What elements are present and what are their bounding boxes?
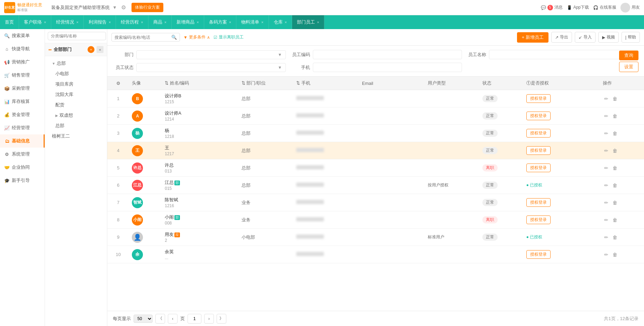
close-icon[interactable]: × — [197, 20, 199, 24]
dept-all-label[interactable]: 全部部门 — [54, 46, 85, 53]
auth-btn[interactable]: 授权登录 — [526, 164, 551, 172]
search-icon[interactable]: 🔍 — [171, 35, 177, 40]
delete-btn[interactable]: 🗑 — [611, 165, 619, 171]
more-filter-btn[interactable]: ▼ 更多条件 ∧ — [183, 34, 210, 40]
dropdown-icon[interactable]: ▼ — [112, 5, 117, 10]
tab-journey[interactable]: 经营历程 × — [116, 15, 148, 29]
emp-status-select[interactable]: ▼ — [136, 63, 286, 72]
sidebar-item-search[interactable]: 🔍 搜索菜单 — [0, 29, 45, 42]
col-name[interactable]: ⇅ 姓名/编码 — [162, 77, 239, 90]
sidebar-item-basic[interactable]: 🗂 基础信息 — [0, 134, 45, 148]
tab-new-goods[interactable]: 新增商品 × — [172, 15, 204, 29]
tab-profit[interactable]: 利润报告 × — [84, 15, 116, 29]
delete-btn[interactable]: 🗑 — [611, 113, 619, 120]
dept-node-project[interactable]: 项目库房 — [45, 79, 107, 89]
auth-btn[interactable]: 授权登录 — [526, 146, 551, 155]
auth-cell[interactable]: 授权登录 — [524, 211, 600, 229]
edit-btn[interactable]: ✏ — [603, 165, 610, 171]
edit-btn[interactable]: ✏ — [603, 234, 610, 241]
sidebar-item-management[interactable]: 📈 经营管理 — [0, 121, 45, 134]
delete-btn[interactable]: 🗑 — [611, 251, 619, 258]
close-icon[interactable]: × — [76, 20, 78, 24]
col-settings[interactable]: ⚙ — [107, 77, 129, 90]
dept-filter-select[interactable]: ▼ — [136, 50, 286, 59]
add-employee-btn[interactable]: + 新增员工 — [517, 32, 548, 43]
emp-name-input[interactable] — [493, 52, 635, 57]
close-icon[interactable]: × — [229, 20, 231, 24]
per-page-select[interactable]: 50 100 — [134, 315, 153, 323]
help-btn[interactable]: | 帮助 — [622, 32, 640, 43]
edit-btn[interactable]: ✏ — [603, 182, 610, 189]
close-icon[interactable]: × — [317, 20, 319, 24]
auth-cell[interactable]: 授权登录 — [524, 125, 600, 142]
col-phone[interactable]: ⇅ 手机 — [293, 77, 359, 90]
tab-home[interactable]: 首页 — [0, 15, 19, 29]
auth-cell[interactable]: 授权登录 — [524, 194, 600, 211]
show-resigned-toggle[interactable]: ☑ 显示离职员工 — [214, 34, 244, 40]
tab-bom[interactable]: 物料清单 × — [236, 15, 269, 29]
auth-btn[interactable]: 授权登录 — [526, 215, 551, 224]
delete-btn[interactable]: 🗑 — [611, 199, 619, 206]
prev-page-btn[interactable]: ‹ — [168, 314, 178, 324]
auth-cell[interactable]: 授权登录 — [524, 246, 600, 263]
tab-goods[interactable]: 商品 × — [148, 15, 172, 29]
sidebar-item-system[interactable]: ⚙ 系统管理 — [0, 148, 45, 161]
service-btn[interactable]: 🎧 在线客服 — [593, 5, 616, 10]
tab-barcode[interactable]: 条码方案 × — [204, 15, 236, 29]
settings-icon[interactable]: ⚙ — [121, 4, 126, 11]
delete-btn[interactable]: 🗑 — [611, 182, 619, 189]
close-icon[interactable]: × — [285, 20, 287, 24]
sidebar-item-marketing[interactable]: 📢 营销推广 — [0, 55, 45, 69]
delete-btn[interactable]: 🗑 — [611, 234, 619, 241]
dept-node-xiaodian[interactable]: 小电部 — [45, 69, 107, 79]
sidebar-item-stock[interactable]: 📊 库存核算 — [0, 95, 45, 108]
last-page-btn[interactable]: 》 — [217, 314, 226, 324]
sidebar-item-purchase[interactable]: 📦 采购管理 — [0, 82, 45, 95]
dept-collapse-btn[interactable]: « — [97, 46, 103, 53]
emp-code-input[interactable] — [317, 52, 459, 57]
auth-btn[interactable]: 授权登录 — [526, 94, 551, 103]
auth-cell[interactable]: 授权登录 — [524, 142, 600, 159]
edit-btn[interactable]: ✏ — [603, 95, 610, 102]
auth-cell[interactable]: 授权登录 — [524, 90, 600, 107]
view-btn[interactable]: ▶ 视频 — [598, 32, 619, 43]
dept-node-peihuo[interactable]: 配货 — [45, 100, 107, 110]
auth-btn[interactable]: 授权登录 — [526, 112, 551, 120]
tab-customer[interactable]: 客户联络 × — [19, 15, 51, 29]
app-download-btn[interactable]: 📱 App下载 — [567, 5, 589, 10]
dept-node-general[interactable]: ▼ 总部 — [45, 58, 107, 69]
first-page-btn[interactable]: 《 — [155, 314, 165, 324]
auth-cell[interactable]: 授权登录 — [524, 159, 600, 177]
current-page-input[interactable] — [188, 314, 201, 324]
sidebar-item-newbie[interactable]: 🎓 新手引导 — [0, 174, 45, 187]
dept-search-input[interactable] — [48, 32, 106, 40]
reset-btn[interactable]: 设置 — [619, 62, 638, 72]
close-icon[interactable]: × — [109, 20, 111, 24]
tab-warehouse[interactable]: 仓库 × — [269, 15, 292, 29]
import-btn[interactable]: ↙ 导入 — [575, 32, 596, 43]
edit-btn[interactable]: ✏ — [603, 130, 610, 137]
phone-input[interactable] — [317, 65, 459, 70]
dept-node-zhishu[interactable]: 植树王二 — [45, 131, 107, 141]
edit-btn[interactable]: ✏ — [603, 251, 610, 258]
dept-node-shuangxu[interactable]: ▶ 双虚想 — [45, 110, 107, 121]
sidebar-item-sales[interactable]: 🛒 销售管理 — [0, 69, 45, 82]
edit-btn[interactable]: ✏ — [603, 147, 610, 154]
auth-btn[interactable]: 授权登录 — [526, 129, 551, 138]
tab-operation[interactable]: 经营情况 × — [51, 15, 83, 29]
dept-node-zongbu[interactable]: 总部 — [45, 121, 107, 131]
dept-add-btn[interactable]: + — [88, 46, 94, 53]
auth-btn[interactable]: 授权登录 — [526, 250, 551, 259]
delete-btn[interactable]: 🗑 — [611, 130, 619, 137]
edit-btn[interactable]: ✏ — [603, 199, 610, 206]
sidebar-item-shortcut[interactable]: ⌂ 快捷导航 — [0, 42, 45, 55]
auth-cell[interactable]: 授权登录 — [524, 107, 600, 125]
trial-btn[interactable]: 体验行业方案 — [131, 3, 163, 12]
query-btn[interactable]: 查询 — [619, 51, 638, 60]
sidebar-item-coop[interactable]: 🤝 企业协同 — [0, 161, 45, 174]
tab-dept-employee[interactable]: 部门员工 × — [292, 15, 324, 29]
delete-btn[interactable]: 🗑 — [611, 217, 619, 223]
col-dept[interactable]: ⇅ 部门/职位 — [239, 77, 293, 90]
message-btn[interactable]: 💬 5 消息 — [541, 5, 563, 10]
search-input[interactable] — [115, 35, 170, 40]
